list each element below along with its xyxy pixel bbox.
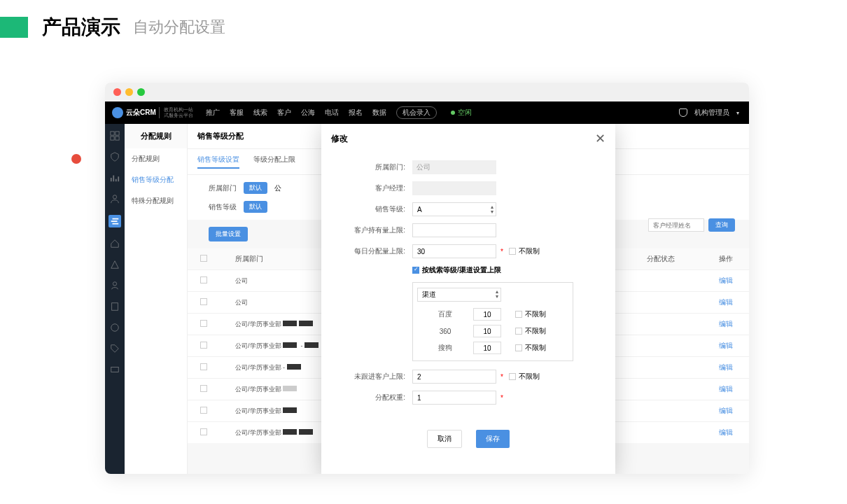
card-icon[interactable] — [110, 365, 120, 374]
svg-rect-1 — [115, 132, 119, 135]
user-icon[interactable] — [110, 194, 120, 204]
weight-label: 分配权重: — [342, 393, 412, 402]
topbar-right: 机构管理员 ▾ — [679, 108, 749, 118]
weight-input[interactable] — [412, 391, 496, 405]
channel-limits-box: ▴▾ 百度 不限制 360 — [412, 282, 573, 361]
home-icon[interactable] — [110, 239, 120, 248]
person-icon[interactable] — [110, 281, 120, 290]
app-topbar: 云朵CRM 教育机构一站 式服务云平台 推广 客服 线索 客户 公海 电话 报名… — [105, 102, 749, 124]
nav-leads[interactable]: 线索 — [253, 108, 267, 118]
main-content: 销售等级分配 销售等级设置 等级分配上限 所属部门 默认 公 销售等级 默认 — [188, 124, 749, 474]
sub-sidebar-header: 分配规则 — [125, 124, 187, 148]
nav-opportunity-entry[interactable]: 机会录入 — [396, 106, 437, 119]
tag-icon[interactable] — [110, 344, 120, 354]
svg-rect-3 — [115, 136, 119, 140]
browser-window: 云朵CRM 教育机构一站 式服务云平台 推广 客服 线索 客户 公海 电话 报名… — [105, 83, 749, 474]
channel-baidu-unlimited-checkbox[interactable] — [515, 311, 522, 318]
app-body: 分配规则 分配规则 销售等级分配 特殊分配规则 销售等级分配 销售等级设置 等级… — [105, 124, 749, 474]
close-window-icon[interactable] — [113, 88, 121, 96]
channel-sogou-label: 搜狗 — [417, 343, 473, 353]
unfollow-unlimited-checkbox[interactable] — [509, 373, 516, 380]
channel-sogou-unlimited-checkbox[interactable] — [515, 344, 522, 351]
minimize-window-icon[interactable] — [125, 88, 133, 96]
nav-customers[interactable]: 客户 — [277, 108, 291, 118]
nav-promote[interactable]: 推广 — [206, 108, 220, 118]
status-indicator[interactable]: 空闲 — [451, 108, 472, 118]
level-select[interactable] — [412, 202, 496, 216]
nav-phone[interactable]: 电话 — [325, 108, 339, 118]
select-arrows-icon: ▴▾ — [496, 289, 498, 299]
channel-baidu-input[interactable] — [473, 308, 501, 321]
page-header: 产品演示 自动分配设置 — [0, 0, 847, 55]
bell-icon[interactable] — [679, 108, 687, 117]
nav-data[interactable]: 数据 — [372, 108, 386, 118]
logo-text: 云朵CRM — [126, 108, 156, 118]
nav-service[interactable]: 客服 — [230, 108, 244, 118]
status-label: 空闲 — [458, 108, 472, 118]
channel-baidu-label: 百度 — [417, 309, 473, 319]
channel-sogou-input[interactable] — [473, 342, 501, 354]
nav-signup[interactable]: 报名 — [349, 108, 363, 118]
daily-limit-input[interactable] — [412, 244, 496, 258]
phone-icon[interactable] — [110, 323, 120, 332]
svg-rect-6 — [112, 303, 118, 311]
unfollow-input[interactable] — [412, 370, 496, 384]
nav-pool[interactable]: 公海 — [301, 108, 315, 118]
modal-footer: 取消 保存 — [321, 419, 615, 459]
shield-icon[interactable] — [110, 152, 120, 162]
level-label: 销售等级: — [342, 204, 412, 214]
svg-rect-0 — [111, 132, 114, 135]
sidebar-item-sales-level[interactable]: 销售等级分配 — [125, 169, 187, 190]
page-subtitle: 自动分配设置 — [133, 17, 225, 38]
svg-point-4 — [113, 195, 116, 199]
cancel-button[interactable]: 取消 — [427, 430, 462, 448]
app-logo[interactable]: 云朵CRM 教育机构一站 式服务云平台 — [105, 107, 200, 118]
settings-icon[interactable] — [108, 215, 121, 227]
channel-360-unlimited-checkbox[interactable] — [515, 328, 522, 335]
sidebar-item-rules[interactable]: 分配规则 — [125, 148, 187, 169]
dept-label: 所属部门: — [342, 162, 412, 172]
svg-rect-2 — [111, 136, 114, 140]
sub-sidebar: 分配规则 分配规则 销售等级分配 特殊分配规则 — [125, 124, 188, 474]
icon-sidebar — [105, 124, 125, 474]
svg-point-7 — [111, 324, 119, 332]
svg-rect-8 — [111, 368, 119, 372]
top-navigation: 推广 客服 线索 客户 公海 电话 报名 数据 机会录入 — [206, 106, 437, 119]
chart-icon[interactable] — [110, 173, 120, 183]
channel-360-label: 360 — [417, 328, 473, 335]
select-arrows-icon: ▴▾ — [491, 204, 493, 214]
required-star: * — [500, 248, 503, 255]
channel-type-select[interactable] — [417, 288, 501, 302]
dashboard-icon[interactable] — [110, 131, 120, 141]
modal-body: 所属部门: 客户经理: 销售等级: ▴▾ — [321, 153, 615, 419]
maximize-window-icon[interactable] — [137, 88, 145, 96]
modal-header: 修改 ✕ — [321, 124, 615, 153]
document-icon[interactable] — [110, 302, 120, 312]
logo-icon — [112, 107, 123, 118]
hold-limit-label: 客户持有量上限: — [342, 225, 412, 235]
edit-modal: 修改 ✕ 所属部门: 客户经理: 销售等级: — [321, 124, 615, 474]
channel-enable-checkbox[interactable] — [412, 267, 419, 274]
required-star: * — [500, 373, 503, 381]
unfollow-label: 未跟进客户上限: — [342, 372, 412, 382]
modal-overlay: 修改 ✕ 所属部门: 客户经理: 销售等级: — [188, 124, 749, 474]
hold-limit-input[interactable] — [412, 223, 496, 237]
triangle-icon[interactable] — [110, 260, 120, 270]
daily-limit-label: 每日分配量上限: — [342, 246, 412, 256]
chevron-down-icon[interactable]: ▾ — [736, 110, 739, 116]
status-dot-icon — [451, 111, 455, 115]
dept-input — [412, 160, 496, 174]
modal-title: 修改 — [331, 133, 348, 145]
channel-360-input[interactable] — [473, 325, 501, 337]
save-button[interactable]: 保存 — [476, 430, 510, 448]
unfollow-unlimited-label: 不限制 — [519, 372, 540, 382]
user-menu[interactable]: 机构管理员 — [694, 108, 729, 118]
required-star: * — [500, 394, 503, 402]
sidebar-item-special[interactable]: 特殊分配规则 — [125, 190, 187, 211]
channel-enable-label: 按线索等级/渠道设置上限 — [422, 265, 501, 275]
daily-unlimited-checkbox[interactable] — [509, 248, 516, 255]
close-icon[interactable]: ✕ — [595, 131, 606, 146]
page-title: 产品演示 — [42, 14, 120, 41]
manager-input — [412, 181, 496, 195]
daily-unlimited-label: 不限制 — [519, 246, 540, 256]
